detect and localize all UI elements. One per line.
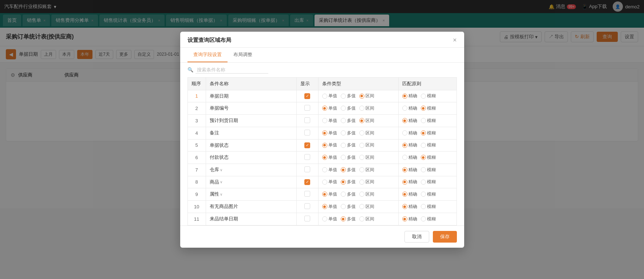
- radio-label: 单值: [328, 204, 337, 209]
- row-display-7: [296, 164, 318, 176]
- match-option-精确[interactable]: 精确: [402, 118, 417, 124]
- radio-circle: [322, 204, 327, 208]
- modal-tabs: 查询字段设置 布局调整: [180, 48, 464, 63]
- type-option-单值[interactable]: 单值: [322, 204, 337, 209]
- type-option-区间[interactable]: 区间: [359, 93, 374, 99]
- display-checkbox[interactable]: [304, 93, 310, 99]
- match-option-模糊[interactable]: 模糊: [421, 204, 436, 209]
- type-option-多值[interactable]: 多值: [341, 118, 356, 124]
- match-option-模糊[interactable]: 模糊: [421, 167, 436, 173]
- match-option-模糊[interactable]: 模糊: [421, 142, 436, 148]
- radio-label: 模糊: [427, 167, 436, 173]
- radio-label: 区间: [366, 130, 374, 136]
- radio-circle: [421, 118, 426, 123]
- display-checkbox[interactable]: [304, 130, 310, 135]
- type-option-区间[interactable]: 区间: [359, 105, 374, 111]
- type-option-区间[interactable]: 区间: [359, 167, 374, 173]
- type-option-单值[interactable]: 单值: [322, 118, 337, 124]
- chevron-down-icon[interactable]: ∨: [220, 192, 222, 196]
- display-checkbox[interactable]: [304, 154, 310, 160]
- type-option-单值[interactable]: 单值: [322, 142, 337, 148]
- type-option-区间[interactable]: 区间: [359, 179, 374, 185]
- display-checkbox[interactable]: [304, 203, 310, 209]
- radio-label: 多值: [347, 204, 356, 209]
- match-option-模糊[interactable]: 模糊: [421, 105, 436, 111]
- type-option-多值[interactable]: 多值: [341, 130, 356, 136]
- display-checkbox[interactable]: [304, 105, 310, 111]
- match-option-精确[interactable]: 精确: [402, 179, 417, 185]
- type-option-区间[interactable]: 区间: [359, 142, 374, 148]
- type-radio-group: 单值多值区间: [322, 130, 395, 136]
- match-option-精确[interactable]: 精确: [402, 93, 417, 99]
- match-radio-group: 精确模糊: [402, 204, 453, 209]
- type-option-区间[interactable]: 区间: [359, 154, 374, 161]
- radio-label: 区间: [366, 154, 374, 161]
- match-option-模糊[interactable]: 模糊: [421, 130, 436, 136]
- match-option-精确[interactable]: 精确: [402, 167, 417, 173]
- type-option-多值[interactable]: 多值: [341, 179, 356, 185]
- match-option-模糊[interactable]: 模糊: [421, 118, 436, 124]
- row-order-8: 8: [187, 176, 206, 188]
- row-name-10: 有无商品图片: [206, 200, 296, 208]
- row-type-7: 单值多值区间: [318, 164, 398, 176]
- search-input[interactable]: [195, 66, 268, 74]
- radio-circle: [341, 94, 346, 99]
- match-option-模糊[interactable]: 模糊: [421, 191, 436, 197]
- match-option-模糊[interactable]: 模糊: [421, 93, 436, 99]
- modal-table: 顺序 条件名称 显示 条件类型: [180, 77, 464, 209]
- chevron-down-icon[interactable]: ∨: [220, 180, 222, 184]
- match-option-精确[interactable]: 精确: [402, 154, 417, 161]
- type-option-单值[interactable]: 单值: [322, 130, 337, 136]
- type-option-多值[interactable]: 多值: [341, 191, 356, 197]
- type-option-区间[interactable]: 区间: [359, 118, 374, 124]
- type-option-单值[interactable]: 单值: [322, 105, 337, 111]
- radio-circle: [322, 130, 327, 135]
- type-option-单值[interactable]: 单值: [322, 191, 337, 197]
- type-option-单值[interactable]: 单值: [322, 93, 337, 99]
- match-option-模糊[interactable]: 模糊: [421, 154, 436, 161]
- type-option-单值[interactable]: 单值: [322, 179, 337, 185]
- type-option-区间[interactable]: 区间: [359, 191, 374, 197]
- radio-circle: [421, 204, 426, 208]
- modal-body: 查询字段设置 布局调整 🔍 顺序: [180, 48, 464, 209]
- display-checkbox[interactable]: [304, 179, 310, 185]
- type-radio-group: 单值多值区间: [322, 179, 395, 185]
- order-number: 8: [195, 179, 198, 185]
- match-option-精确[interactable]: 精确: [402, 191, 417, 197]
- radio-circle: [402, 155, 407, 160]
- modal-close-button[interactable]: ×: [453, 37, 457, 43]
- tab-layout[interactable]: 布局调整: [228, 48, 258, 62]
- match-option-精确[interactable]: 精确: [402, 204, 417, 209]
- radio-circle: [402, 118, 407, 123]
- match-option-精确[interactable]: 精确: [402, 105, 417, 111]
- display-checkbox[interactable]: [304, 166, 310, 172]
- type-option-多值[interactable]: 多值: [341, 105, 356, 111]
- type-option-多值[interactable]: 多值: [341, 204, 356, 209]
- display-checkbox[interactable]: [304, 191, 310, 197]
- radio-label: 区间: [366, 93, 374, 99]
- match-option-精确[interactable]: 精确: [402, 130, 417, 136]
- type-option-多值[interactable]: 多值: [341, 167, 356, 173]
- match-option-精确[interactable]: 精确: [402, 142, 417, 148]
- radio-circle: [341, 106, 346, 111]
- match-option-模糊[interactable]: 模糊: [421, 179, 436, 185]
- type-option-多值[interactable]: 多值: [341, 142, 356, 148]
- match-radio-group: 精确模糊: [402, 179, 453, 185]
- radio-circle: [322, 118, 327, 123]
- chevron-down-icon[interactable]: ∨: [220, 168, 222, 172]
- type-option-多值[interactable]: 多值: [341, 154, 356, 161]
- type-option-区间[interactable]: 区间: [359, 130, 374, 136]
- radio-circle: [341, 204, 346, 208]
- type-option-区间[interactable]: 区间: [359, 204, 374, 209]
- type-option-单值[interactable]: 单值: [322, 154, 337, 161]
- type-option-多值[interactable]: 多值: [341, 93, 356, 99]
- display-checkbox[interactable]: [304, 117, 310, 123]
- display-checkbox[interactable]: [304, 142, 310, 148]
- row-match-3: 精确模糊: [398, 114, 457, 127]
- row-display-10: [296, 200, 318, 208]
- radio-label: 模糊: [427, 154, 436, 161]
- type-option-单值[interactable]: 单值: [322, 167, 337, 173]
- match-radio-group: 精确模糊: [402, 154, 453, 161]
- radio-label: 单值: [328, 105, 337, 111]
- tab-query-fields[interactable]: 查询字段设置: [187, 48, 228, 62]
